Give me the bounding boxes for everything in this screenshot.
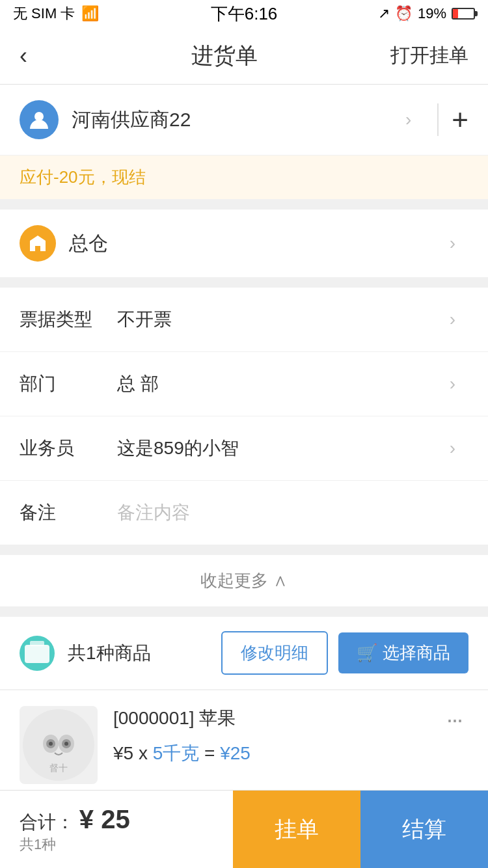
edit-detail-button[interactable]: 修改明细 xyxy=(221,631,328,675)
svg-point-9 xyxy=(64,742,68,746)
svg-point-8 xyxy=(49,742,53,746)
carrier-text: 无 SIM 卡 xyxy=(13,4,75,23)
add-supplier-button[interactable]: + xyxy=(452,105,468,134)
invoice-chevron-icon: › xyxy=(450,309,455,330)
dept-label: 部门 xyxy=(20,372,98,396)
hang-button[interactable]: 挂单 xyxy=(233,791,360,868)
footer: 合计： ¥ 25 共1种 挂单 结算 xyxy=(0,790,488,868)
svg-rect-1 xyxy=(25,645,49,663)
status-time: 下午6:16 xyxy=(211,3,278,25)
dept-row[interactable]: 部门 总 部 › xyxy=(0,352,488,416)
price-separator: x xyxy=(139,743,153,763)
svg-point-0 xyxy=(34,112,44,121)
dept-chevron-icon: › xyxy=(450,373,455,394)
invoice-value: 不开票 xyxy=(98,307,450,332)
warehouse-name: 总仓 xyxy=(69,230,450,257)
product-code: [0000001] xyxy=(113,708,195,728)
svg-rect-2 xyxy=(30,641,44,646)
back-button[interactable]: ‹ xyxy=(20,42,59,70)
total-amount: ¥ 25 xyxy=(79,805,130,834)
product-item: 督十 [0000001] 苹果 ¥5 x 5千克 = ¥25 ··· xyxy=(0,690,488,800)
more-button[interactable]: ··· xyxy=(440,706,468,733)
product-name: [0000001] 苹果 xyxy=(113,706,440,731)
divider xyxy=(437,103,439,136)
battery-fill xyxy=(453,9,458,18)
select-product-button[interactable]: 🛒 选择商品 xyxy=(338,632,468,673)
supplier-name: 河南供应商22 xyxy=(72,107,405,133)
note-input[interactable]: 备注内容 xyxy=(98,500,468,525)
invoice-row[interactable]: 票据类型 不开票 › xyxy=(0,288,488,352)
product-price-row: ¥5 x 5千克 = ¥25 xyxy=(113,741,440,766)
products-header: 共1种商品 修改明细 🛒 选择商品 xyxy=(0,617,488,689)
alarm-icon: ⏰ xyxy=(395,5,413,22)
location-icon: ↗ xyxy=(378,5,390,22)
cart-icon: 🛒 xyxy=(357,643,377,663)
content-area: 河南供应商22 › + 应付-20元，现结 总仓 › 票据类型 不开票 › xyxy=(0,85,488,868)
total-label: 合计： xyxy=(20,812,74,832)
supplier-avatar xyxy=(20,100,59,139)
item-total: ¥25 xyxy=(220,743,251,763)
warehouse-row[interactable]: 总仓 › xyxy=(0,210,488,277)
settle-button[interactable]: 结算 xyxy=(360,791,488,868)
status-bar: 无 SIM 卡 📶 下午6:16 ↗ ⏰ 19% xyxy=(0,0,488,27)
settle-label: 结算 xyxy=(402,815,446,845)
select-product-label: 选择商品 xyxy=(383,642,450,664)
footer-count: 共1种 xyxy=(20,835,213,854)
wifi-icon: 📶 xyxy=(81,5,99,22)
note-row[interactable]: 备注 备注内容 xyxy=(0,481,488,545)
equals-sign: = xyxy=(204,743,220,763)
page-title: 进货单 xyxy=(191,41,258,71)
status-right: ↗ ⏰ 19% xyxy=(378,5,475,22)
hang-label: 挂单 xyxy=(275,815,319,845)
sales-label: 业务员 xyxy=(20,436,98,461)
dept-value: 总 部 xyxy=(98,372,450,396)
collapse-row[interactable]: 收起更多 ∧ xyxy=(0,555,488,606)
footer-total-line: 合计： ¥ 25 xyxy=(20,805,213,835)
open-hang-button[interactable]: 打开挂单 xyxy=(390,42,468,69)
products-icon xyxy=(20,636,55,671)
form-card: 票据类型 不开票 › 部门 总 部 › 业务员 这是859的小智 › 备注 备注… xyxy=(0,288,488,545)
warehouse-icon xyxy=(20,225,56,262)
status-left: 无 SIM 卡 📶 xyxy=(13,4,99,23)
supplier-chevron-icon: › xyxy=(405,109,411,130)
sales-value: 这是859的小智 xyxy=(98,436,450,461)
sales-row[interactable]: 业务员 这是859的小智 › xyxy=(0,416,488,481)
warehouse-chevron-icon: › xyxy=(450,233,455,254)
supplier-warning: 应付-20元，现结 xyxy=(0,156,488,199)
quantity: 5千克 xyxy=(153,743,200,763)
product-title: 苹果 xyxy=(199,708,236,728)
battery-bar xyxy=(452,8,475,20)
product-info: [0000001] 苹果 ¥5 x 5千克 = ¥25 xyxy=(113,706,440,766)
note-label: 备注 xyxy=(20,500,98,525)
product-thumbnail: 督十 xyxy=(20,706,98,784)
battery-percent: 19% xyxy=(418,5,446,22)
sales-chevron-icon: › xyxy=(450,438,455,459)
warehouse-card: 总仓 › xyxy=(0,210,488,277)
invoice-label: 票据类型 xyxy=(20,307,98,332)
unit-price: ¥5 xyxy=(113,743,133,763)
collapse-label: 收起更多 ∧ xyxy=(200,569,287,592)
supplier-card: 河南供应商22 › + 应付-20元，现结 xyxy=(0,85,488,199)
svg-text:督十: 督十 xyxy=(49,763,68,773)
supplier-row[interactable]: 河南供应商22 › + xyxy=(0,85,488,156)
nav-bar: ‹ 进货单 打开挂单 xyxy=(0,27,488,85)
footer-summary: 合计： ¥ 25 共1种 xyxy=(0,791,233,868)
products-count: 共1种商品 xyxy=(68,641,221,666)
